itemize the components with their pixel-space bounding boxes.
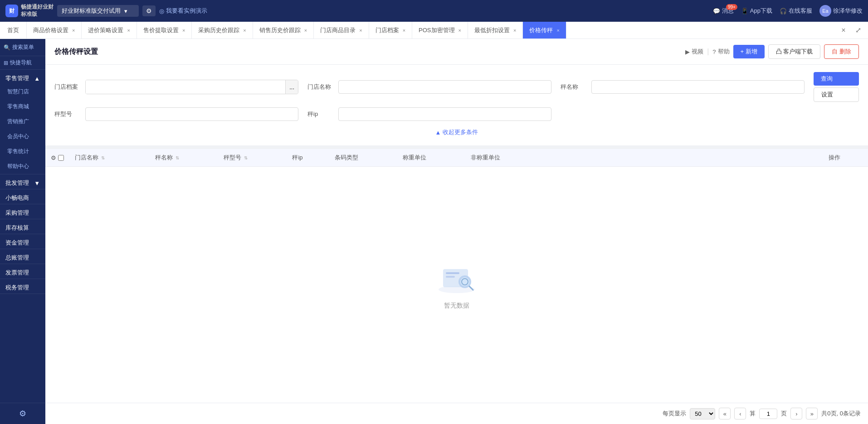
data-table: ⚙ 门店名称 ⇅ 秤名称 ⇅ (45, 149, 868, 167)
tab-sale-history[interactable]: 销售历史价跟踪 × (253, 22, 314, 39)
tab-min-discount[interactable]: 最低折扣设置 × (468, 22, 523, 39)
video-link[interactable]: ▶ 视频 (685, 48, 703, 56)
sidebar-section-wholesale-title[interactable]: 批发管理 ▼ (0, 174, 45, 189)
sort-icon[interactable]: ⇅ (176, 155, 179, 160)
select-all-checkbox[interactable] (58, 155, 64, 161)
tab-home[interactable]: 首页 (0, 22, 27, 39)
page-number-input[interactable] (759, 409, 777, 419)
online-service-button[interactable]: 🎧 在线客服 (780, 7, 812, 15)
tab-maximize-button[interactable]: ⤢ (852, 24, 864, 37)
tab-sale-price[interactable]: 售价提取设置 × (137, 22, 192, 39)
help-link[interactable]: ? 帮助 (712, 48, 729, 56)
sidebar-quick-nav[interactable]: ⊞ 快捷导航 (0, 56, 45, 70)
scale-model-label: 秤型号 (54, 110, 82, 118)
sidebar-item-retail-stats[interactable]: 零售统计 (0, 144, 45, 159)
tab-price-scale[interactable]: 价格传秤 × (523, 22, 566, 39)
per-page-label: 每页显示 (663, 410, 686, 418)
table-header-scale-ip: 秤ip (287, 149, 329, 167)
sidebar-item-retail-mall[interactable]: 零售商城 (0, 99, 45, 114)
table-header-non-weight-unit: 非称重单位 (465, 149, 824, 167)
table-settings-icon[interactable]: ⚙ (51, 154, 56, 161)
sidebar-section-ledger: 总账管理 (0, 249, 45, 264)
chevron-up-icon: ▲ (435, 129, 441, 136)
filter-scale-ip: 秤ip (307, 107, 551, 121)
close-icon[interactable]: × (243, 28, 246, 33)
tab-bar: 首页 商品价格设置 × 进价策略设置 × 售价提取设置 × 采购历史价跟踪 × … (0, 22, 868, 39)
last-page-button[interactable]: » (806, 408, 818, 419)
collapse-filters-button[interactable]: ▲ 收起更多条件 (54, 126, 859, 138)
version-selector[interactable]: 好业财标准版交付试用 ▾ (57, 5, 139, 17)
help-icon: ? (712, 48, 716, 55)
sidebar-section-purchase-title[interactable]: 采购管理 (0, 204, 45, 219)
sidebar-section-inventory-title[interactable]: 库存核算 (0, 219, 45, 234)
delete-button[interactable]: 自 删除 (824, 44, 859, 59)
prev-page-button[interactable]: ‹ (734, 408, 746, 419)
add-button[interactable]: + 新增 (733, 45, 765, 58)
sidebar-settings-button[interactable]: ⚙ (0, 403, 45, 424)
svg-rect-3 (446, 276, 455, 278)
close-icon[interactable]: × (513, 28, 516, 33)
user-menu-button[interactable]: Ea 徐泽华修改 (819, 5, 863, 17)
scale-name-input[interactable] (591, 80, 805, 94)
close-icon[interactable]: × (556, 28, 559, 33)
query-button[interactable]: 查询 (814, 72, 859, 86)
demo-link[interactable]: ◎ 我要看实例演示 (159, 7, 207, 15)
sidebar-item-marketing[interactable]: 营销推广 (0, 114, 45, 129)
top-right-area: 💬 消息 99+ 📱 App下载 🎧 在线客服 Ea 徐泽华修改 (713, 5, 863, 17)
sidebar-section-tax-title[interactable]: 税务管理 (0, 279, 45, 294)
store-name-input[interactable] (338, 80, 551, 94)
close-icon[interactable]: × (304, 28, 307, 33)
tab-close-all-button[interactable]: × (837, 24, 850, 37)
tab-purchase-history[interactable]: 采购历史价跟踪 × (192, 22, 253, 39)
message-icon: 💬 (713, 8, 720, 14)
sort-icon[interactable]: ⇅ (101, 155, 105, 160)
tab-store-catalog[interactable]: 门店商品目录 × (314, 22, 369, 39)
sidebar-item-help-center[interactable]: 帮助中心 (0, 159, 45, 174)
store-file-ellipsis-button[interactable]: ... (285, 80, 298, 94)
tab-store-file[interactable]: 门店档案 × (369, 22, 412, 39)
sidebar-section-wholesale: 批发管理 ▼ (0, 174, 45, 189)
play-icon: ▶ (685, 48, 690, 55)
table-header-checkbox: ⚙ (45, 149, 69, 167)
sidebar-item-smart-store[interactable]: 智慧门店 (0, 84, 45, 99)
close-icon[interactable]: × (403, 28, 405, 33)
filter-row-2: 秤型号 秤ip (54, 107, 859, 121)
close-icon[interactable]: × (127, 28, 130, 33)
table-header-scale-name: 秤名称 ⇅ (150, 149, 218, 167)
messages-button[interactable]: 💬 消息 99+ (713, 7, 734, 15)
sidebar-item-member-center[interactable]: 会员中心 (0, 129, 45, 144)
close-icon[interactable]: × (458, 28, 461, 33)
sort-icon[interactable]: ⇅ (244, 155, 248, 160)
app-logo: 财 畅捷通好业财 标准版 (5, 4, 54, 18)
scale-ip-input[interactable] (338, 107, 551, 121)
tab-pos-manage[interactable]: POS加密管理 × (412, 22, 468, 39)
tab-bar-actions: × ⤢ (837, 24, 868, 37)
page-word: 算 (750, 410, 756, 418)
tab-price-setting[interactable]: 商品价格设置 × (27, 22, 82, 39)
sidebar-section-ecommerce: 小畅电商 (0, 189, 45, 204)
sidebar-section-ledger-title[interactable]: 总账管理 (0, 249, 45, 264)
sidebar-search[interactable]: 🔍 搜索菜单 (0, 39, 45, 56)
tab-purchase-strategy[interactable]: 进价策略设置 × (82, 22, 137, 39)
per-page-select[interactable]: 50 10 20 100 (690, 408, 715, 419)
sidebar-section-tax: 税务管理 (0, 279, 45, 294)
filter-scale-name: 秤名称 (561, 80, 805, 94)
app-download-button[interactable]: 📱 App下载 (741, 7, 772, 15)
messages-badge: 99+ (726, 4, 737, 10)
scale-model-input[interactable] (85, 107, 298, 121)
sidebar-section-finance-title[interactable]: 资金管理 (0, 234, 45, 249)
search-icon: 🔍 (4, 44, 10, 51)
close-icon[interactable]: × (359, 28, 362, 33)
store-file-input[interactable] (86, 80, 285, 94)
download-button[interactable]: 凸 客户端下载 (768, 44, 821, 59)
settings-gear-button[interactable]: ⚙ (142, 5, 156, 16)
sidebar-section-retail-title[interactable]: 零售管理 ▲ (0, 70, 45, 84)
first-page-button[interactable]: « (719, 408, 731, 419)
sidebar-section-ecommerce-title[interactable]: 小畅电商 (0, 189, 45, 204)
sidebar-section-invoice-title[interactable]: 发票管理 (0, 264, 45, 279)
close-icon[interactable]: × (72, 28, 75, 33)
setting-button[interactable]: 设置 (814, 87, 859, 102)
sidebar-section-invoice: 发票管理 (0, 264, 45, 279)
close-icon[interactable]: × (182, 28, 185, 33)
next-page-button[interactable]: › (790, 408, 802, 419)
